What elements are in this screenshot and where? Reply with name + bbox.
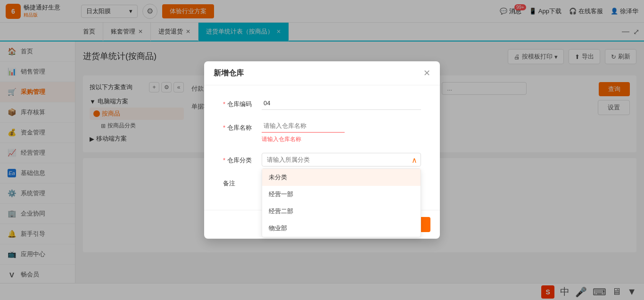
category-input[interactable]: [262, 153, 421, 167]
code-input[interactable]: [262, 97, 421, 110]
form-row-code: * 仓库编码: [223, 97, 421, 110]
name-input[interactable]: [262, 119, 345, 133]
form-row-name: * 仓库名称 请输入仓库名称: [223, 119, 421, 143]
dropdown-item-dept2[interactable]: 经营二部: [262, 203, 421, 220]
modal-close-button[interactable]: ✕: [423, 68, 430, 78]
dropdown-item-dept3[interactable]: 物业部: [262, 220, 421, 237]
modal-overlay[interactable]: 新增仓库 ✕ * 仓库编码 * 仓库名称: [0, 0, 644, 300]
required-star-name: *: [223, 124, 225, 131]
dropdown-item-dept1[interactable]: 经营一部: [262, 186, 421, 203]
modal-title: 新增仓库: [214, 68, 244, 78]
name-error-message: 请输入仓库名称: [262, 136, 301, 142]
name-error-wrapper: 请输入仓库名称: [223, 134, 301, 143]
modal-body: * 仓库编码 * 仓库名称 请输入仓库名称: [204, 85, 440, 210]
code-label: * 仓库编码: [223, 97, 256, 108]
category-label: * 仓库分类: [223, 153, 256, 165]
category-dropdown-list: 未分类 经营一部 经营二部 物业部: [262, 168, 421, 237]
new-warehouse-modal: 新增仓库 ✕ * 仓库编码 * 仓库名称: [204, 61, 440, 239]
category-dropdown: ∧ 未分类 经营一部 经营二部 物业部: [262, 153, 421, 167]
notes-label: 备注: [223, 176, 256, 188]
dropdown-item-unclassified[interactable]: 未分类: [262, 169, 421, 186]
name-input-wrapper: [262, 119, 421, 133]
form-row-category: * 仓库分类 ∧ 未分类 经营一部 经营二部 物业部: [223, 153, 421, 167]
required-star-category: *: [223, 157, 225, 164]
modal-header: 新增仓库 ✕: [204, 61, 440, 85]
name-label: * 仓库名称: [223, 120, 256, 132]
required-star-code: *: [223, 100, 225, 108]
